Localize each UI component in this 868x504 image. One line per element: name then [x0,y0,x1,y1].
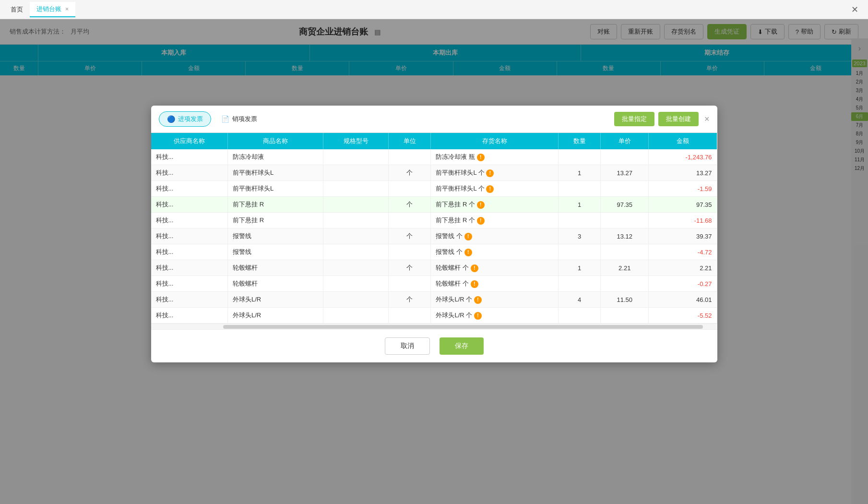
cell-spec [323,197,389,213]
cell-unit-price: 2.21 [601,260,649,276]
warning-icon: ! [486,185,494,193]
cell-supplier: 科技... [151,149,228,165]
cell-amount: 46.01 [649,292,717,308]
table-row[interactable]: 科技... 防冻冷却液 防冻冷却液 瓶 ! -1,243.76 [151,149,717,165]
cell-spec [323,308,389,324]
tab-home[interactable]: 首页 [4,2,30,17]
inbound-tab-label: 进项发票 [178,115,203,123]
cell-amount: -0.27 [649,276,717,292]
horizontal-scrollbar[interactable] [151,324,717,329]
cell-amount: -4.72 [649,244,717,260]
cell-product: 前下悬挂 R [228,197,323,213]
save-button[interactable]: 保存 [440,337,484,355]
cell-amount: 2.21 [649,260,717,276]
table-row[interactable]: 科技... 前平衡杆球头L 个 前平衡杆球头L 个 ! 1 13.27 13.2… [151,165,717,181]
table-row[interactable]: 科技... 轮毂螺杆 轮毂螺杆 个 ! -0.27 [151,276,717,292]
cell-supplier: 科技... [151,276,228,292]
table-row[interactable]: 科技... 前下悬挂 R 个 前下悬挂 R 个 ! 1 97.35 97.35 [151,197,717,213]
window-close-icon: ✕ [851,5,858,14]
cell-qty [559,244,601,260]
cell-unit: 个 [389,228,431,244]
dialog-header-actions: 批量指定 批量创建 [614,112,699,126]
dialog-header: 🔵 进项发票 📄 销项发票 批量指定 批量创建 × [151,106,717,133]
cell-supplier: 科技... [151,165,228,181]
cell-product: 外球头L/R [228,308,323,324]
outbound-tab-label: 销项发票 [232,115,257,123]
cell-unit-price: 97.35 [601,197,649,213]
cell-inventory: 前下悬挂 R 个 ! [431,197,559,213]
cell-qty [559,308,601,324]
cell-qty: 4 [559,292,601,308]
dialog-footer: 取消 保存 [151,329,717,362]
batch-assign-button[interactable]: 批量指定 [614,112,654,126]
table-row[interactable]: 科技... 轮毂螺杆 个 轮毂螺杆 个 ! 1 2.21 2.21 [151,260,717,276]
cell-unit [389,244,431,260]
cell-unit-price [601,244,649,260]
cell-product: 前平衡杆球头L [228,165,323,181]
col-unit-price: 单价 [601,133,649,149]
ledger-tab-label: 进销台账 [36,5,61,12]
inbound-tab-icon: 🔵 [167,115,175,123]
cell-unit [389,181,431,197]
warning-icon: ! [471,280,478,288]
invoice-table: 供应商名称 商品名称 规格型号 单位 存货名称 数量 单价 金额 科技... 防… [151,133,717,324]
cancel-button[interactable]: 取消 [385,337,430,355]
warning-icon: ! [474,312,482,320]
cell-product: 报警线 [228,244,323,260]
cell-spec [323,292,389,308]
cell-unit [389,213,431,228]
cell-inventory: 外球头L/R 个 ! [431,292,559,308]
cell-unit-price: 13.12 [601,228,649,244]
table-row[interactable]: 科技... 外球头L/R 外球头L/R 个 ! -5.52 [151,308,717,324]
warning-icon: ! [464,233,472,240]
table-row[interactable]: 科技... 外球头L/R 个 外球头L/R 个 ! 4 11.50 46.01 [151,292,717,308]
tab-outbound-invoice[interactable]: 📄 销项发票 [213,111,265,127]
warning-icon: ! [477,154,485,161]
cell-qty [559,276,601,292]
cell-inventory: 轮毂螺杆 个 ! [431,260,559,276]
window-close-button[interactable]: ✕ [845,4,864,15]
cell-qty: 1 [559,165,601,181]
cell-amount: -5.52 [649,308,717,324]
top-bar: 首页 进销台账 × ✕ [0,0,868,19]
cell-unit-price [601,181,649,197]
dialog-tabs: 🔵 进项发票 📄 销项发票 [159,111,265,127]
cell-qty: 3 [559,228,601,244]
cell-inventory: 报警线 个 ! [431,228,559,244]
col-spec: 规格型号 [323,133,389,149]
table-row[interactable]: 科技... 前下悬挂 R 前下悬挂 R 个 ! -11.68 [151,213,717,228]
cell-inventory: 报警线 个 ! [431,244,559,260]
cell-qty [559,149,601,165]
warning-icon: ! [474,296,482,304]
cell-spec [323,228,389,244]
cell-amount: -1,243.76 [649,149,717,165]
cell-product: 前平衡杆球头L [228,181,323,197]
cell-inventory: 前平衡杆球头L 个 ! [431,165,559,181]
cell-product: 轮毂螺杆 [228,260,323,276]
table-row[interactable]: 科技... 报警线 报警线 个 ! -4.72 [151,244,717,260]
cell-unit-price [601,308,649,324]
col-product: 商品名称 [228,133,323,149]
table-row[interactable]: 科技... 报警线 个 报警线 个 ! 3 13.12 39.37 [151,228,717,244]
cell-inventory: 前平衡杆球头L 个 ! [431,181,559,197]
tab-inbound-invoice[interactable]: 🔵 进项发票 [159,111,211,127]
cell-qty [559,213,601,228]
cell-supplier: 科技... [151,292,228,308]
cell-unit-price [601,276,649,292]
dialog-table[interactable]: 供应商名称 商品名称 规格型号 单位 存货名称 数量 单价 金额 科技... 防… [151,133,717,324]
col-supplier: 供应商名称 [151,133,228,149]
dialog-close-button[interactable]: × [704,114,710,124]
cell-amount: 13.27 [649,165,717,181]
modal-overlay: 🔵 进项发票 📄 销项发票 批量指定 批量创建 × [0,19,868,504]
cell-spec [323,276,389,292]
tab-ledger[interactable]: 进销台账 × [30,2,75,17]
table-row[interactable]: 科技... 前平衡杆球头L 前平衡杆球头L 个 ! -1.59 [151,181,717,197]
tab-close-icon[interactable]: × [65,5,69,12]
batch-create-button[interactable]: 批量创建 [658,112,699,126]
cell-unit-price [601,213,649,228]
cell-qty: 1 [559,260,601,276]
cell-product: 轮毂螺杆 [228,276,323,292]
warning-icon: ! [477,217,485,225]
col-amount: 金额 [649,133,717,149]
cell-supplier: 科技... [151,228,228,244]
